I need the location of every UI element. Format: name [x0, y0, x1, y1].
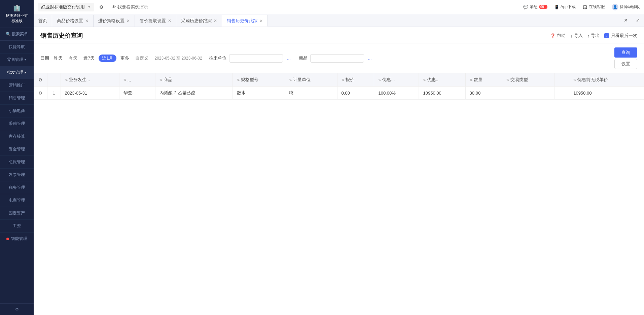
topbar-settings-button[interactable]: ⚙: [97, 2, 106, 12]
close-window-button[interactable]: ✕: [620, 14, 632, 27]
source-more-button[interactable]: ...: [286, 55, 292, 62]
th-more[interactable]: ⇅ ...: [119, 73, 155, 86]
th-discount1[interactable]: ⇅ 优惠...: [374, 73, 419, 86]
sidebar-item-inventory[interactable]: 库存核算: [0, 130, 34, 143]
sidebar-settings-button[interactable]: ⚙: [0, 303, 34, 315]
tab-extract-close[interactable]: ✕: [168, 19, 171, 23]
th-goods[interactable]: ⇅ 商品: [155, 73, 233, 86]
window-controls: ✕ ⤢: [620, 14, 644, 27]
help-button[interactable]: ❓ 帮助: [550, 33, 566, 39]
settings-filter-button[interactable]: 设置: [614, 59, 637, 69]
date-option-today[interactable]: 今天: [67, 55, 79, 62]
gear-icon[interactable]: ⚙: [38, 77, 42, 82]
query-button[interactable]: 查询: [614, 47, 637, 58]
gear-icon-small[interactable]: ⚙: [38, 91, 42, 96]
cell-qty: 30.00: [465, 86, 502, 100]
expand-window-button[interactable]: ⤢: [632, 14, 644, 27]
app-download-button[interactable]: 📱 App下载: [554, 4, 576, 10]
product-name: 好业财标准版交付试用: [41, 4, 85, 10]
sort-icon: ⇅: [159, 78, 162, 82]
main-area: 好业财标准版交付试用 ▼ ⚙ 👁 我要看实例演示 💬 消息 99+ 📱 App下…: [34, 0, 644, 315]
chevron-up-icon: ▲: [24, 71, 27, 74]
date-option-more[interactable]: 更多: [118, 55, 131, 62]
sidebar-item-finance[interactable]: 资金管理: [0, 143, 34, 156]
date-option-custom[interactable]: 自定义: [133, 55, 150, 62]
th-date[interactable]: ⇅ 业务发生...: [61, 73, 119, 86]
tab-purchase-history[interactable]: 采购历史价跟踪 ✕: [176, 15, 222, 27]
source-input[interactable]: [229, 54, 283, 63]
th-trans-type[interactable]: ⇅ 交易类型: [502, 73, 554, 86]
demo-link[interactable]: 👁 我要看实例演示: [112, 4, 148, 10]
sidebar-item-ledger[interactable]: 总账管理: [0, 156, 34, 169]
table-row[interactable]: ⚙ 1 2023-05-31 华查... 丙烯酸-2-乙基己酯 散水 吨 0.0…: [34, 86, 644, 100]
tab-home[interactable]: 首页: [34, 15, 52, 27]
tab-strategy[interactable]: 进价策略设置 ✕: [94, 15, 135, 27]
th-goods-label: 商品: [164, 77, 172, 83]
user-menu[interactable]: 👤 徐泽华修改: [612, 4, 640, 10]
th-discount2[interactable]: ⇅ 优惠...: [419, 73, 465, 86]
tab-extract[interactable]: 售价提取设置 ✕: [135, 15, 176, 27]
date-option-last1m[interactable]: 近1月: [99, 55, 116, 62]
tab-purchase-history-close[interactable]: ✕: [214, 19, 217, 23]
sidebar-item-label: 小畅电商: [9, 108, 25, 113]
import-button[interactable]: ↓ 导入: [570, 33, 583, 39]
tab-sales-history-close[interactable]: ✕: [259, 19, 263, 23]
messages-button[interactable]: 💬 消息 99+: [523, 4, 547, 10]
tab-strategy-close[interactable]: ✕: [127, 19, 130, 23]
product-selector[interactable]: 好业财标准版交付试用 ▼: [38, 3, 94, 11]
sidebar-item-label: 电商管理: [9, 198, 25, 203]
date-filter-label: 日期: [40, 55, 49, 61]
tab-sales-history-label: 销售历史价跟踪: [227, 18, 257, 24]
th-price[interactable]: ⇅ 报价: [337, 73, 374, 86]
import-icon: ↓: [570, 33, 573, 38]
sidebar-item-label: 总账管理: [9, 160, 25, 164]
th-unit[interactable]: ⇅ 计量单位: [285, 73, 337, 86]
only-last-checkbox[interactable]: ✓ 只看最后一次: [604, 33, 637, 39]
th-pretax[interactable]: ⇅ 优惠前无税单价: [569, 73, 644, 86]
sidebar-item-payroll[interactable]: 工资: [0, 220, 34, 233]
date-option-last7[interactable]: 近7天: [81, 55, 97, 62]
th-qty[interactable]: ⇅ 数量: [465, 73, 502, 86]
headset-icon: 🎧: [582, 5, 587, 9]
cell-settings[interactable]: ⚙: [34, 86, 47, 100]
sidebar-item-invoice[interactable]: 发票管理: [0, 169, 34, 181]
date-options: 昨天 今天 近7天 近1月 更多 自定义: [52, 55, 150, 62]
sidebar-item-ecommerce[interactable]: 电商管理: [0, 194, 34, 207]
export-label: 导出: [591, 33, 600, 39]
goods-input[interactable]: [310, 54, 364, 63]
sidebar-item-tax[interactable]: 税务管理: [0, 181, 34, 194]
page-title: 销售历史价查询: [40, 32, 83, 40]
sidebar-item-marketing[interactable]: 营销推广: [0, 79, 34, 92]
th-price-label: 报价: [346, 77, 354, 83]
sort-icon: ⇅: [378, 78, 381, 82]
tab-price-close[interactable]: ✕: [85, 19, 88, 23]
sidebar-search[interactable]: 🔍 搜索菜单: [0, 28, 34, 41]
sidebar-item-label: 营销推广: [9, 83, 25, 88]
online-service-button[interactable]: 🎧 在线客服: [582, 4, 605, 10]
th-more-label: ...: [128, 77, 131, 82]
sidebar-item-quicknav[interactable]: 快捷导航: [0, 41, 34, 54]
th-discount2-label: 优惠...: [427, 77, 439, 83]
red-dot-icon: [6, 238, 9, 240]
gear-icon: ⚙: [15, 307, 19, 312]
sidebar-item-label: 零售管理: [7, 57, 23, 63]
export-button[interactable]: ↑ 导出: [587, 33, 600, 39]
sidebar-item-ecommerce-small[interactable]: 小畅电商: [0, 105, 34, 117]
phone-icon: 📱: [554, 5, 559, 9]
sidebar-item-smart[interactable]: 智能管理: [0, 233, 34, 245]
topbar: 好业财标准版交付试用 ▼ ⚙ 👁 我要看实例演示 💬 消息 99+ 📱 App下…: [34, 0, 644, 14]
sidebar-item-label: 税务管理: [9, 185, 25, 190]
tabs-bar: 首页 商品价格设置 ✕ 进价策略设置 ✕ 售价提取设置 ✕ 采购历史价跟踪 ✕ …: [34, 14, 644, 27]
th-spec[interactable]: ⇅ 规格型号: [233, 73, 285, 86]
sidebar-item-assets[interactable]: 固定资产: [0, 207, 34, 220]
help-label: 帮助: [557, 33, 566, 39]
date-option-yesterday[interactable]: 昨天: [52, 55, 65, 62]
tab-sales-history[interactable]: 销售历史价跟踪 ✕: [222, 15, 268, 27]
messages-badge: 99+: [539, 5, 547, 9]
tab-price[interactable]: 商品价格设置 ✕: [52, 15, 94, 27]
goods-more-button[interactable]: ...: [367, 55, 373, 62]
sidebar-item-purchase[interactable]: 采购管理: [0, 117, 34, 130]
sidebar-item-sales[interactable]: 销售管理: [0, 92, 34, 105]
sidebar-item-wholesale[interactable]: 批发管理 ▲: [0, 66, 34, 79]
sidebar-item-retail[interactable]: 零售管理 ▼: [0, 54, 34, 66]
